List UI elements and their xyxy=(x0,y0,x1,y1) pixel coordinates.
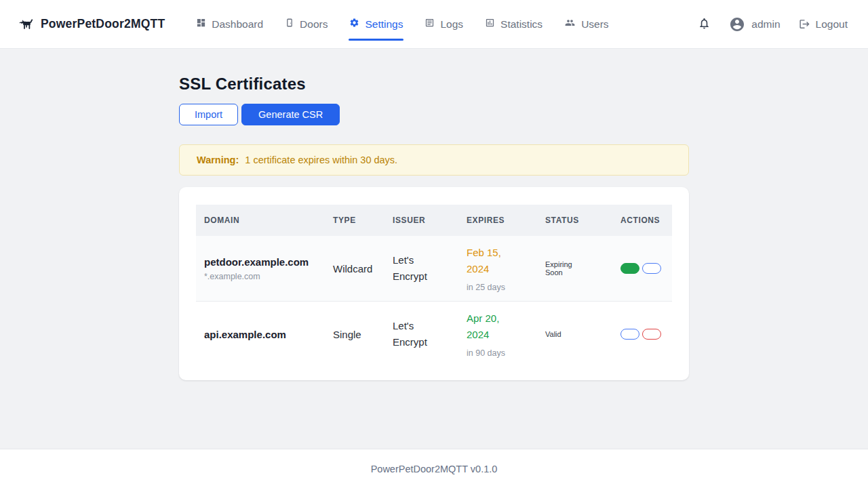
certificate-expiry-date: Feb 15, 2024 xyxy=(467,245,515,277)
dog-logo-icon xyxy=(19,18,35,30)
certificate-type: Wildcard xyxy=(333,263,372,274)
certificates-table: Domain Type Issuer Expires Status Action… xyxy=(196,205,672,367)
dashboard-grid-icon xyxy=(196,18,206,30)
column-header-status: Status xyxy=(537,205,612,236)
certificate-issuer: Let's Encrypt xyxy=(393,318,440,350)
nav-item-label: Dashboard xyxy=(212,18,263,30)
certificate-actions xyxy=(620,263,664,274)
nav-item-label: Logs xyxy=(440,18,463,30)
main-nav: Dashboard Doors Settings Logs Statistics xyxy=(196,0,608,49)
nav-item-label: Settings xyxy=(365,18,403,30)
bell-icon xyxy=(698,16,711,33)
app-title: PowerPetDoor2MQTT xyxy=(41,17,165,31)
page-footer: PowerPetDoor2MQTT v0.1.0 xyxy=(0,449,868,488)
door-icon xyxy=(285,18,294,30)
table-row: petdoor.example.com *.example.com Wildca… xyxy=(196,236,672,302)
certificate-status: Expiring Soon xyxy=(545,260,585,277)
top-navigation-bar: PowerPetDoor2MQTT Dashboard Doors Settin… xyxy=(0,0,868,49)
nav-item-label: Users xyxy=(581,18,608,30)
nav-item-label: Doors xyxy=(300,18,328,30)
logout-button[interactable]: Logout xyxy=(799,18,848,30)
certificate-status: Valid xyxy=(545,330,585,338)
nav-item-dashboard[interactable]: Dashboard xyxy=(196,0,263,49)
nav-item-statistics[interactable]: Statistics xyxy=(485,0,542,49)
user-menu[interactable]: admin xyxy=(729,16,780,33)
cert-delete-button[interactable] xyxy=(642,329,661,340)
current-user-label: admin xyxy=(751,18,780,30)
gear-icon xyxy=(349,18,359,30)
column-header-issuer: Issuer xyxy=(384,205,458,236)
people-icon xyxy=(564,18,576,30)
certificate-actions xyxy=(620,329,664,340)
certificate-alt-name: *.example.com xyxy=(204,272,317,281)
cert-renew-button[interactable] xyxy=(620,263,639,274)
certificate-toolbar: Import Generate CSR xyxy=(179,104,689,125)
expiry-warning-banner: Warning: 1 certificate expires within 30… xyxy=(179,144,689,176)
certificate-expiry-relative: in 25 days xyxy=(467,283,529,292)
column-header-domain: Domain xyxy=(196,205,325,236)
certificate-issuer: Let's Encrypt xyxy=(393,252,440,285)
nav-item-label: Statistics xyxy=(500,18,542,30)
nav-item-settings[interactable]: Settings xyxy=(349,0,403,49)
import-button[interactable]: Import xyxy=(179,104,238,125)
nav-item-users[interactable]: Users xyxy=(564,0,608,49)
bar-chart-icon xyxy=(485,18,495,30)
column-header-actions: Actions xyxy=(612,205,672,236)
logout-label: Logout xyxy=(816,18,848,30)
document-lines-icon xyxy=(425,18,435,30)
cert-view-button[interactable] xyxy=(642,263,661,274)
certificates-card: Domain Type Issuer Expires Status Action… xyxy=(179,187,689,380)
warning-message: 1 certificate expires within 30 days. xyxy=(245,155,397,165)
footer-version-text: PowerPetDoor2MQTT v0.1.0 xyxy=(371,464,498,474)
certificate-type: Single xyxy=(333,329,361,340)
table-header-row: Domain Type Issuer Expires Status Action… xyxy=(196,205,672,236)
cert-view-button[interactable] xyxy=(620,329,639,340)
column-header-expires: Expires xyxy=(458,205,537,236)
nav-item-doors[interactable]: Doors xyxy=(285,0,328,49)
certificate-expiry-date: Apr 20, 2024 xyxy=(467,310,515,343)
main-content: SSL Certificates Import Generate CSR War… xyxy=(0,49,868,449)
user-avatar-icon xyxy=(729,16,745,33)
brand: PowerPetDoor2MQTT xyxy=(19,17,165,31)
warning-label: Warning: xyxy=(197,155,239,165)
certificate-domain: api.example.com xyxy=(204,329,317,340)
certificate-expiry-relative: in 90 days xyxy=(467,348,529,358)
topbar-right: admin Logout xyxy=(698,16,848,33)
certificate-domain: petdoor.example.com xyxy=(204,256,317,268)
notifications-bell-button[interactable] xyxy=(698,16,711,33)
logout-exit-icon xyxy=(799,18,810,30)
column-header-type: Type xyxy=(325,205,384,236)
table-row: api.example.com Single Let's Encrypt Apr… xyxy=(196,302,672,367)
generate-csr-button[interactable]: Generate CSR xyxy=(241,104,340,125)
nav-item-logs[interactable]: Logs xyxy=(425,0,463,49)
page-title: SSL Certificates xyxy=(179,75,689,94)
